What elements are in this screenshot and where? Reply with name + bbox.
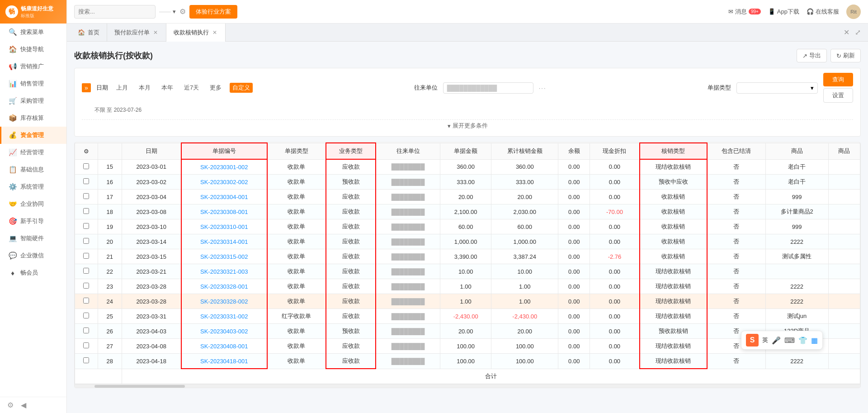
td-checkbox[interactable] [75,175,98,190]
topbar-online-service[interactable]: 🎧 在线客服 [807,8,839,16]
expand-conditions-button[interactable]: ▾ 展开更多条件 [82,119,853,132]
td-checkbox[interactable] [75,204,98,219]
sidebar-item-wechat[interactable]: 💬 企业微信 [0,247,66,264]
date-last-month[interactable]: 上月 [113,83,131,93]
date-this-year[interactable]: 本年 [159,83,176,93]
td-partner: ████████ [376,190,440,204]
td-checkbox[interactable] [75,354,98,369]
td-checkbox[interactable] [75,279,98,294]
scrollbar-thumb[interactable] [94,385,185,388]
td-writeoff-type: 现结收款核销 [640,159,707,175]
tab-collection[interactable]: 收款核销执行 ✕ [166,24,226,42]
td-cash-discount: 0.00 [590,339,640,354]
sidebar-item-inventory[interactable]: 📦 库存核算 [0,109,66,127]
sidebar-item-system[interactable]: ⚙️ 系统管理 [0,178,66,195]
doc-no-link[interactable]: SK-20230331-002 [200,313,248,320]
topbar-gear-icon[interactable]: ⚙ [179,7,186,16]
th-settings[interactable]: ⚙ [75,143,98,159]
sidebar-item-quick[interactable]: 🏠 快捷导航 [0,41,66,58]
collapse-icon[interactable]: ◀ [21,401,26,409]
sidebar-item-operation[interactable]: 📈 经营管理 [0,144,66,161]
date-last-7days[interactable]: 近7天 [181,83,202,93]
doc-no-link[interactable]: SK-20230328-001 [200,283,248,290]
sidebar-item-search[interactable]: 🔍 搜索菜单 [0,24,66,41]
tab-collection-close[interactable]: ✕ [212,28,218,37]
sidebar-item-finance[interactable]: 💰 资金管理 [0,127,66,144]
date-this-month[interactable]: 本月 [136,83,153,93]
tab-close-button[interactable]: ✕ [842,26,851,38]
doc-no-link[interactable]: SK-20230418-001 [200,358,248,365]
sidebar-item-guide[interactable]: 🎯 新手引导 [0,213,66,230]
doc-no-link[interactable]: SK-20230310-001 [200,223,248,230]
tab-home[interactable]: 🏠 首页 [71,24,107,42]
td-doc-type: 收款单 [267,159,326,175]
grid-icon[interactable]: ▦ [811,336,818,345]
main-area: —— ▾ ⚙ 体验行业方案 ✉ 消息 99+ 📱 App下载 🎧 在线客服 Ri… [67,0,868,413]
sidebar-item-hardware[interactable]: 💻 智能硬件 [0,230,66,247]
td-no: 18 [98,204,122,219]
td-checkbox[interactable] [75,294,98,309]
filter-expand-button[interactable]: » [82,83,91,92]
doc-no-link[interactable]: SK-20230301-002 [200,164,248,171]
sidebar-item-purchase[interactable]: 🛒 采购管理 [0,92,66,109]
th-balance: 余额 [558,143,590,159]
doc-no-link[interactable]: SK-20230302-002 [200,179,248,185]
query-button[interactable]: 查询 [823,73,853,86]
mobile-icon: 📱 [768,8,775,15]
td-partner: ████████ [376,309,440,324]
topbar-app-download[interactable]: 📱 App下载 [768,8,799,16]
td-biz-type: 应收款 [326,309,376,324]
td-checkbox[interactable] [75,324,98,339]
td-checkbox[interactable] [75,309,98,324]
td-checkbox[interactable] [75,339,98,354]
sidebar-item-corp[interactable]: 🤝 企业协同 [0,195,66,213]
sidebar-item-sales[interactable]: 📊 销售管理 [0,75,66,92]
td-include-settled: 否 [707,159,765,175]
td-checkbox[interactable] [75,219,98,234]
sidebar-item-marketing[interactable]: 📢 营销推广 [0,58,66,75]
sidebar-item-member[interactable]: ♦ 畅会员 [0,264,66,281]
microphone-icon[interactable]: 🎤 [772,336,781,345]
tab-prepay[interactable]: 预付款应付单 ✕ [107,24,166,42]
settings-footer-icon[interactable]: ⚙ [7,401,14,409]
keyboard-icon[interactable]: ⌨ [784,336,795,345]
date-custom[interactable]: 自定义 [230,83,253,93]
doc-type-select[interactable]: ▾ [736,82,818,94]
finance-icon: 💰 [9,131,17,139]
td-checkbox[interactable] [75,234,98,249]
td-amount: 1.00 [440,279,491,294]
doc-no-link[interactable]: SK-20230408-001 [200,343,248,350]
user-avatar[interactable]: Rit [846,5,861,19]
doc-no-link[interactable]: SK-20230321-003 [200,268,248,275]
td-no: 19 [98,219,122,234]
td-checkbox[interactable] [75,264,98,279]
tab-prepay-close[interactable]: ✕ [152,28,159,37]
doc-no-link[interactable]: SK-20230328-002 [200,298,248,305]
td-checkbox[interactable] [75,159,98,175]
export-button[interactable]: ↗ 导出 [797,49,827,62]
industry-solution-button[interactable]: 体验行业方案 [189,5,237,19]
partner-input[interactable]: ████████████ [443,82,533,94]
horizontal-scrollbar[interactable] [75,384,860,388]
refresh-button[interactable]: ↻ 刷新 [830,49,861,62]
settings-button[interactable]: 设置 [823,88,853,103]
date-more[interactable]: 更多 [207,83,224,93]
doc-no-link[interactable]: SK-20230403-002 [200,328,248,335]
topbar-dropdown[interactable]: —— ▾ [159,8,176,15]
doc-no-link[interactable]: SK-20230314-001 [200,238,248,245]
doc-no-link[interactable]: SK-20230304-001 [200,194,248,200]
td-writeoff-type: 现结收款核销 [640,279,707,294]
doc-no-link[interactable]: SK-20230315-002 [200,253,248,260]
td-doc-type: 收款单 [267,190,326,204]
td-cash-discount: 0.00 [590,219,640,234]
td-product1: 999 [765,190,828,204]
doc-no-link[interactable]: SK-20230308-001 [200,209,248,215]
td-checkbox[interactable] [75,249,98,264]
tab-expand-button[interactable]: ⤢ [853,26,863,38]
topbar-message-button[interactable]: ✉ 消息 99+ [728,8,761,16]
td-checkbox[interactable] [75,190,98,204]
td-product2 [828,249,860,264]
topbar-search-input[interactable] [74,5,156,19]
sidebar-item-basic[interactable]: 📋 基础信息 [0,161,66,178]
logo-icon: 畅 [5,5,18,18]
